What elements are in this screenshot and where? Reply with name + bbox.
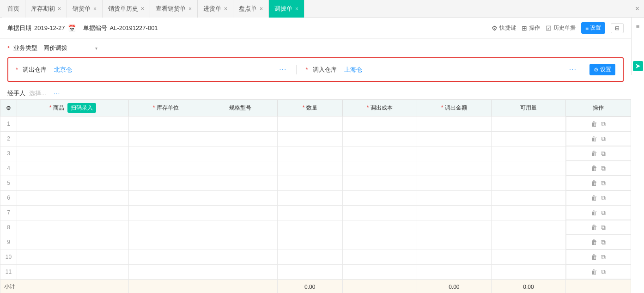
copy-btn-2[interactable]: ⧉: [600, 134, 607, 143]
date-field-group: 单据日期 2019-12-27 📅: [7, 24, 76, 32]
dropdown-arrow-icon: ▾: [95, 46, 97, 51]
tab-purchase-order-close[interactable]: ×: [224, 6, 227, 12]
number-value: AL-20191227-001: [110, 24, 158, 31]
tab-sales-history[interactable]: 销货单历史 ×: [103, 0, 150, 18]
tab-inventory-init-close[interactable]: ×: [58, 6, 61, 12]
sidebar-export-btn[interactable]: [633, 61, 643, 71]
person-row: 经手人 选择... ···: [0, 87, 631, 99]
subtotal-label: 小计: [0, 280, 129, 293]
tab-inventory-count[interactable]: 盘点单 ×: [233, 0, 269, 18]
form-header-right: ⚙ 快捷键 ⊞ 操作 ☑ 历史单据 ≡ 设置 ⊟: [492, 22, 624, 34]
th-qty: * 数量: [277, 100, 342, 116]
tab-bar: 首页 库存期初 × 销货单 × 销货单历史 × 查看销货单 × 进货单 × 盘点…: [0, 0, 644, 18]
table-row: 11 🗑 ⧉: [0, 264, 631, 280]
transfer-out-label: 调出仓库: [23, 66, 47, 74]
warehouse-divider: [296, 65, 297, 74]
tab-transfer-order-close[interactable]: ×: [295, 6, 298, 12]
transfer-out-value[interactable]: 北京仓: [54, 66, 72, 74]
business-type-value: 同价调拨: [43, 44, 67, 52]
settings-label-2: 设置: [600, 66, 611, 73]
delete-btn-9[interactable]: 🗑: [590, 238, 598, 246]
shortcuts-action[interactable]: ⚙ 快捷键: [492, 24, 516, 32]
copy-btn-11[interactable]: ⧉: [600, 268, 607, 276]
tab-sales-order-close[interactable]: ×: [93, 6, 97, 12]
table-row: 1 🗑 ⧉: [0, 116, 631, 132]
th-unit: * 库存单位: [128, 100, 203, 116]
delete-btn-4[interactable]: 🗑: [590, 164, 598, 172]
grid-settings-button[interactable]: ⊟: [611, 23, 624, 33]
calendar-icon[interactable]: 📅: [68, 24, 76, 32]
subtotal-cost: 0.00: [417, 280, 491, 293]
items-table: ⚙ * 商品 扫码录入 * 库存单位 规格型号 * 数量: [0, 99, 631, 293]
row-num-4: 4: [0, 161, 17, 176]
copy-btn-10[interactable]: ⧉: [600, 253, 607, 262]
th-spec: 规格型号: [203, 100, 277, 116]
tab-sales-history-close[interactable]: ×: [141, 6, 144, 12]
copy-btn-6[interactable]: ⧉: [600, 194, 607, 202]
delete-btn-5[interactable]: 🗑: [590, 179, 598, 187]
delete-btn-3[interactable]: 🗑: [590, 149, 598, 158]
delete-btn-2[interactable]: 🗑: [590, 134, 598, 143]
th-settings[interactable]: ⚙: [0, 100, 17, 116]
copy-btn-7[interactable]: ⧉: [600, 208, 607, 217]
copy-btn-5[interactable]: ⧉: [600, 179, 607, 188]
shortcuts-icon: ⚙: [492, 24, 498, 32]
business-type-label: 业务类型: [13, 44, 37, 52]
transfer-out-group: * 调出仓库 北京仓 ···: [16, 66, 287, 74]
delete-btn-7[interactable]: 🗑: [590, 208, 598, 217]
copy-btn-8[interactable]: ⧉: [600, 223, 607, 232]
business-type-required: *: [7, 45, 10, 52]
copy-btn-4[interactable]: ⧉: [600, 164, 607, 173]
tab-view-sales-close[interactable]: ×: [188, 6, 192, 12]
table-header-row: ⚙ * 商品 扫码录入 * 库存单位 规格型号 * 数量: [0, 100, 631, 116]
settings-icon: ≡: [585, 25, 589, 31]
row-num-9: 9: [0, 235, 17, 250]
tab-inventory-init[interactable]: 库存期初 ×: [25, 0, 67, 18]
scan-btn[interactable]: 扫码录入: [67, 103, 96, 113]
tab-transfer-order[interactable]: 调拨单 ×: [269, 0, 304, 18]
transfer-in-value[interactable]: 上海仓: [344, 66, 362, 74]
history-action[interactable]: ☑ 历史单据: [546, 24, 576, 32]
delete-btn-8[interactable]: 🗑: [590, 223, 598, 232]
copy-btn-9[interactable]: ⧉: [600, 238, 607, 247]
tab-inventory-count-label: 盘点单: [239, 5, 257, 13]
table-row: 4 🗑 ⧉: [0, 161, 631, 176]
delete-btn-1[interactable]: 🗑: [590, 120, 598, 128]
main-content: 单据日期 2019-12-27 📅 单据编号 AL-20191227-001 ⚙…: [0, 18, 644, 293]
delete-btn-6[interactable]: 🗑: [590, 194, 598, 202]
date-value[interactable]: 2019-12-27: [34, 24, 65, 31]
operations-action[interactable]: ⊞ 操作: [522, 24, 540, 32]
tab-home[interactable]: 首页: [2, 0, 25, 18]
delete-btn-10[interactable]: 🗑: [590, 253, 598, 261]
window-close-btn[interactable]: ×: [635, 5, 639, 13]
person-more-btn[interactable]: ···: [54, 90, 61, 97]
tab-transfer-order-label: 调拨单: [274, 5, 292, 13]
row-num-10: 10: [0, 250, 17, 264]
business-type-select[interactable]: 同价调拨 ▾: [40, 43, 101, 54]
tab-sales-order[interactable]: 销货单 ×: [67, 0, 103, 18]
tab-purchase-order[interactable]: 进货单 ×: [198, 0, 233, 18]
transfer-out-required: *: [16, 66, 18, 73]
business-type-group: * 业务类型 同价调拨 ▾: [7, 43, 101, 54]
person-select[interactable]: 选择...: [29, 89, 46, 98]
sidebar-list-btn[interactable]: ≡: [633, 21, 643, 31]
th-action: 操作: [565, 100, 631, 116]
subtotal-row: 小计 0.00 0.00 0.00: [0, 280, 631, 293]
copy-btn-1[interactable]: ⧉: [600, 120, 607, 128]
business-type-row: * 业务类型 同价调拨 ▾: [0, 39, 631, 57]
delete-btn-11[interactable]: 🗑: [590, 268, 598, 276]
person-label: 经手人: [7, 89, 25, 98]
tab-inventory-count-close[interactable]: ×: [260, 6, 263, 12]
form-header-left: 单据日期 2019-12-27 📅 单据编号 AL-20191227-001: [7, 24, 488, 32]
transfer-in-more-btn[interactable]: ···: [569, 66, 577, 74]
settings-button[interactable]: ≡ 设置: [581, 22, 605, 34]
tab-view-sales[interactable]: 查看销货单 ×: [150, 0, 198, 18]
transfer-out-more-btn[interactable]: ···: [279, 66, 286, 74]
row-num-6: 6: [0, 190, 17, 205]
tab-view-sales-label: 查看销货单: [156, 5, 186, 13]
history-label: 历史单据: [553, 24, 576, 32]
table-row: 9 🗑 ⧉: [0, 235, 631, 250]
warehouse-settings-btn[interactable]: ⚙ 设置: [589, 64, 615, 75]
copy-btn-3[interactable]: ⧉: [600, 149, 607, 158]
row-num-7: 7: [0, 205, 17, 220]
